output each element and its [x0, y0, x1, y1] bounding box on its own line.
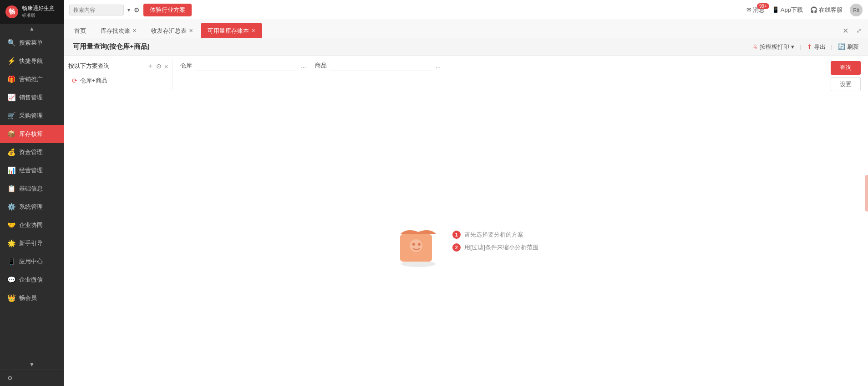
- sidebar-item-member[interactable]: 👑 畅会员: [0, 289, 64, 307]
- hint-num-1: 1: [452, 231, 461, 239]
- user-avatar[interactable]: Rit: [850, 4, 863, 16]
- tab-available[interactable]: 可用量库存账本 ✕: [201, 23, 262, 38]
- sidebar-scroll-up[interactable]: ▲: [0, 24, 64, 34]
- top-search-input[interactable]: [69, 5, 124, 15]
- settings-icon: ⚙: [7, 375, 13, 381]
- tab-receive-close-icon[interactable]: ✕: [189, 28, 193, 34]
- sidebar-item-label: 搜索菜单: [19, 39, 43, 47]
- sidebar-item-label: 库存核算: [19, 130, 43, 138]
- sidebar-header: 畅 畅康通好生意 标准版: [0, 0, 64, 24]
- sidebar-item-label: 采购管理: [19, 112, 43, 120]
- tab-receive[interactable]: 收发存汇总表 ✕: [144, 23, 200, 38]
- online-service-btn[interactable]: 🎧 在线客服: [810, 6, 843, 14]
- goods-more-btn[interactable]: ...: [434, 62, 442, 69]
- top-bar-right: ✉ 消息 99+ 📱 App下载 🎧 在线客服 Rit: [746, 4, 863, 16]
- graph-icon: 📊: [7, 166, 15, 175]
- empty-svg-illustration: [393, 218, 443, 268]
- goods-input[interactable]: [330, 60, 431, 71]
- sidebar-item-system[interactable]: ⚙️ 系统管理: [0, 198, 64, 216]
- hint-text-2: 用[过滤]条件来缩小分析范围: [464, 243, 538, 252]
- sidebar-item-purchase[interactable]: 🛒 采购管理: [0, 107, 64, 125]
- collapse-scheme-icon[interactable]: «: [164, 62, 168, 70]
- gift-icon: 🎁: [7, 75, 15, 83]
- sidebar-item-search[interactable]: 🔍 搜索菜单: [0, 34, 64, 52]
- app-subtitle: 标准版: [22, 12, 55, 19]
- dropdown-arrow-icon[interactable]: ▾: [127, 7, 130, 13]
- clipboard-icon: 📋: [7, 185, 15, 193]
- headset-icon: 🎧: [810, 6, 817, 13]
- hint-item-1: 1 请先选择要分析的方案: [452, 231, 538, 239]
- tab-receive-label: 收发存汇总表: [151, 27, 187, 35]
- sidebar-item-label: 经营管理: [19, 166, 43, 175]
- hint-item-2: 2 用[过滤]条件来缩小分析范围: [452, 243, 538, 252]
- tab-batch-close-icon[interactable]: ✕: [132, 28, 137, 34]
- sidebar-item-shortcut[interactable]: ⚡ 快捷导航: [0, 52, 64, 70]
- manage-scheme-icon[interactable]: ⊙: [156, 62, 162, 70]
- export-label: 导出: [814, 43, 826, 51]
- empty-hints: 1 请先选择要分析的方案 2 用[过滤]条件来缩小分析范围: [452, 231, 538, 252]
- scheme-rotate-icon: ⟳: [72, 77, 77, 84]
- star-icon: 🌟: [7, 239, 15, 247]
- content-area: 可用量查询(按仓库+商品) 🖨 按模板打印 ▾ | ⬆ 导出 | 🔄 刷新: [64, 38, 868, 386]
- main-area: ▾ ⚙ 体验行业方案 ✉ 消息 99+ 📱 App下载 🎧 在线客服 Rit: [64, 0, 868, 386]
- app-download-btn[interactable]: 📱 App下载: [772, 6, 803, 14]
- tab-home[interactable]: 首页: [67, 23, 93, 38]
- top-bar: ▾ ⚙ 体验行业方案 ✉ 消息 99+ 📱 App下载 🎧 在线客服 Rit: [64, 0, 868, 20]
- export-btn[interactable]: ⬆ 导出: [807, 43, 826, 51]
- template-print-btn[interactable]: 🖨 按模板打印 ▾: [752, 43, 794, 51]
- notification-badge: 99+: [757, 3, 769, 9]
- scheme-header: 按以下方案查询 ＋ ⊙ «: [68, 60, 168, 74]
- sidebar-item-operation[interactable]: 📊 经营管理: [0, 161, 64, 180]
- settings-button[interactable]: 设置: [831, 77, 861, 91]
- goods-field-group: 商品 ...: [315, 60, 442, 71]
- sidebar-item-label: 应用中心: [19, 257, 43, 266]
- page-title-bar: 可用量查询(按仓库+商品) 🖨 按模板打印 ▾ | ⬆ 导出 | 🔄 刷新: [64, 38, 868, 56]
- industry-btn[interactable]: 体验行业方案: [143, 4, 192, 16]
- tab-expand-btn[interactable]: ⤢: [853, 25, 864, 36]
- warehouse-field-group: 仓库 ...: [180, 60, 308, 71]
- user-name: Rit: [853, 7, 859, 13]
- phone-icon: 📱: [772, 6, 779, 13]
- topbar-gear-icon[interactable]: ⚙: [134, 6, 140, 14]
- page-title-actions: 🖨 按模板打印 ▾ | ⬆ 导出 | 🔄 刷新: [752, 43, 859, 51]
- sidebar-item-label: 企业微信: [19, 276, 43, 284]
- sidebar-item-enterprise[interactable]: 🤝 企业协同: [0, 216, 64, 234]
- tab-available-close-icon[interactable]: ✕: [251, 28, 255, 34]
- sidebar-item-wechat[interactable]: 💬 企业微信: [0, 271, 64, 289]
- svg-point-0: [401, 261, 436, 267]
- sidebar-item-inventory[interactable]: 📦 库存核算: [0, 125, 64, 143]
- box-icon: 📦: [7, 130, 15, 138]
- sidebar-item-label: 快捷导航: [19, 57, 43, 65]
- notification-btn[interactable]: ✉ 消息 99+: [746, 6, 765, 14]
- add-scheme-icon[interactable]: ＋: [147, 62, 153, 70]
- refresh-btn[interactable]: 🔄 刷新: [838, 43, 859, 51]
- warehouse-input[interactable]: [195, 60, 296, 71]
- sidebar-item-appstore[interactable]: 📱 应用中心: [0, 252, 64, 271]
- tab-close-all-btn[interactable]: ✕: [840, 25, 851, 36]
- sidebar-item-marketing[interactable]: 🎁 营销推广: [0, 70, 64, 88]
- template-print-label: 按模板打印: [760, 43, 789, 51]
- query-fields-panel: 仓库 ... 商品 ...: [173, 60, 823, 91]
- warehouse-more-btn[interactable]: ...: [299, 62, 308, 69]
- query-button[interactable]: 查询: [831, 61, 861, 75]
- sidebar-item-basic[interactable]: 📋 基础信息: [0, 180, 64, 198]
- sidebar-item-newbie[interactable]: 🌟 新手引导: [0, 234, 64, 252]
- empty-state: 1 请先选择要分析的方案 2 用[过滤]条件来缩小分析范围: [64, 96, 868, 386]
- bell-icon: ✉: [746, 6, 751, 13]
- query-area: 按以下方案查询 ＋ ⊙ « ⟳ 仓库+商品 仓库 ... 商品: [64, 56, 868, 96]
- svg-point-3: [412, 243, 415, 246]
- hint-num-2: 2: [452, 243, 461, 252]
- sidebar-footer[interactable]: ⚙: [0, 370, 64, 386]
- tab-available-label: 可用量库存账本: [208, 27, 249, 35]
- app-logo: 畅: [5, 5, 18, 18]
- print-icon: 🖨: [752, 43, 758, 50]
- sidebar-item-finance[interactable]: 💰 资金管理: [0, 143, 64, 161]
- scheme-warehouse-goods[interactable]: ⟳ 仓库+商品: [68, 74, 168, 87]
- money-icon: 💰: [7, 148, 15, 156]
- sidebar-item-label: 销售管理: [19, 93, 43, 102]
- sidebar-item-label: 资金管理: [19, 148, 43, 156]
- sidebar-item-sales[interactable]: 📈 销售管理: [0, 88, 64, 107]
- search-icon: 🔍: [7, 39, 15, 47]
- sidebar-scroll-down[interactable]: ▼: [0, 360, 64, 370]
- tab-batch[interactable]: 库存批次账 ✕: [94, 23, 143, 38]
